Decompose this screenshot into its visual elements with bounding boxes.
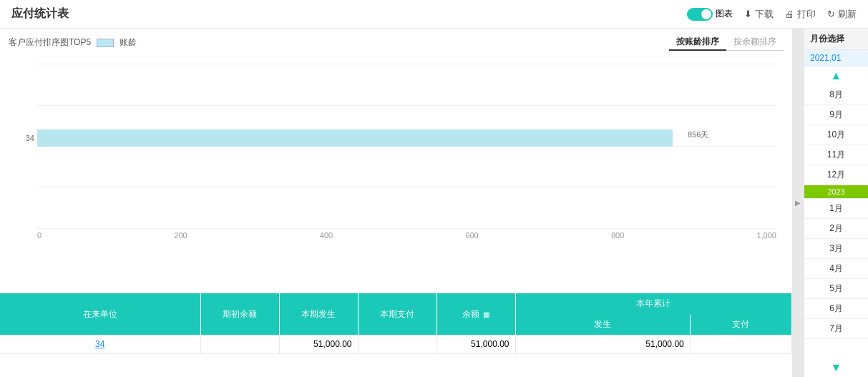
- th-ytd-payment: 支付: [690, 314, 791, 335]
- data-table: 在来单位 期初余额 本期发生 本期支付 余额 ▦ 本年累计 发生: [0, 293, 792, 354]
- header-actions: 图表 ⬇ 下载 🖨 打印 ↻ 刷新: [687, 8, 857, 21]
- print-button[interactable]: 🖨 打印: [785, 8, 816, 21]
- page-title: 应付统计表: [11, 6, 69, 21]
- month-9[interactable]: 9月: [804, 105, 868, 125]
- scroll-up-button[interactable]: ▲: [804, 67, 868, 85]
- month-2[interactable]: 2月: [804, 219, 868, 239]
- th-ytd-occurrence: 发生: [515, 314, 690, 335]
- balance-cell: 51,000.00: [437, 335, 515, 354]
- opening-balance-cell: [200, 335, 279, 354]
- table-row: 34 51,000.00 51,000.00 51,000.00: [0, 335, 792, 354]
- sidebar-title: 月份选择: [804, 29, 868, 50]
- expand-icon: ▶: [795, 199, 801, 207]
- chart-section: 客户应付排序图TOP5 账龄 按账龄排序 按余额排序: [0, 29, 792, 293]
- th-current-payment: 本期支付: [358, 293, 437, 335]
- x-axis: 0 200 400 600 800 1,000: [37, 228, 776, 257]
- bar-fill: 856天: [37, 129, 673, 147]
- chart-header: 客户应付排序图TOP5 账龄 按账龄排序 按余额排序: [9, 34, 784, 51]
- th-current-occurrence: 本期发生: [279, 293, 358, 335]
- download-icon: ⬇: [744, 9, 752, 19]
- month-4[interactable]: 4月: [804, 259, 868, 279]
- month-7[interactable]: 7月: [804, 319, 868, 339]
- year-2023-badge: 2023: [804, 185, 868, 199]
- ytd-occurrence-cell: 51,000.00: [515, 335, 690, 354]
- refresh-button[interactable]: ↻ 刷新: [827, 8, 857, 21]
- month-12[interactable]: 12月: [804, 165, 868, 185]
- bar-row: 34 856天: [37, 129, 776, 147]
- bar-days: 856天: [688, 129, 708, 140]
- legend-label: 账龄: [120, 36, 137, 49]
- month-3[interactable]: 3月: [804, 239, 868, 259]
- th-opening-balance: 期初余额: [200, 293, 279, 335]
- sort-by-balance-button[interactable]: 按余额排序: [726, 34, 784, 51]
- main-content: 客户应付排序图TOP5 账龄 按账龄排序 按余额排序: [0, 29, 868, 377]
- bars-container: 34 856天: [37, 64, 776, 228]
- chart-sort-buttons: 按账龄排序 按余额排序: [669, 34, 784, 51]
- current-payment-cell: [358, 335, 437, 354]
- chart-title: 客户应付排序图TOP5: [9, 36, 91, 49]
- th-origin-unit: 在来单位: [0, 293, 200, 335]
- ytd-payment-cell: [690, 335, 791, 354]
- x-tick-600: 600: [465, 231, 478, 240]
- sidebar-scroll: 8月 9月 10月 11月 12月 2023 1月 2月 3月 4月 5月 6月…: [804, 85, 868, 358]
- month-8[interactable]: 8月: [804, 85, 868, 105]
- x-tick-200: 200: [174, 231, 187, 240]
- month-10[interactable]: 10月: [804, 125, 868, 145]
- bar-chart: 34 856天 0 200 400 600 800: [9, 57, 784, 257]
- chart-toggle[interactable]: [687, 8, 713, 21]
- bar-label: 34: [11, 134, 34, 142]
- month-6[interactable]: 6月: [804, 299, 868, 319]
- x-tick-1000: 1,000: [756, 231, 776, 240]
- sidebar-date[interactable]: 2021.01: [804, 50, 868, 67]
- left-panel: 客户应付排序图TOP5 账龄 按账龄排序 按余额排序: [0, 29, 792, 377]
- chart-toggle-wrap: 图表: [687, 8, 733, 21]
- header: 应付统计表 图表 ⬇ 下载 🖨 打印 ↻ 刷新: [0, 0, 868, 29]
- toggle-label: 图表: [716, 8, 733, 20]
- chart-inner: 34 856天: [37, 64, 776, 228]
- month-5[interactable]: 5月: [804, 279, 868, 299]
- refresh-icon: ↻: [827, 9, 835, 19]
- x-tick-400: 400: [320, 231, 333, 240]
- current-occurrence-cell: 51,000.00: [279, 335, 358, 354]
- balance-icon: ▦: [483, 310, 489, 318]
- download-button[interactable]: ⬇ 下载: [744, 8, 774, 21]
- month-11[interactable]: 11月: [804, 145, 868, 165]
- legend-box: [97, 39, 114, 47]
- x-tick-800: 800: [611, 231, 624, 240]
- sort-by-amount-button[interactable]: 按账龄排序: [669, 34, 726, 51]
- th-balance: 余额 ▦: [437, 293, 515, 335]
- chart-legend: 客户应付排序图TOP5 账龄: [9, 36, 137, 49]
- table-section: 在来单位 期初余额 本期发生 本期支付 余额 ▦ 本年累计 发生: [0, 293, 792, 377]
- expand-arrow[interactable]: ▶: [792, 29, 804, 377]
- th-ytd: 本年累计: [515, 293, 792, 314]
- month-1[interactable]: 1月: [804, 199, 868, 219]
- unit-cell[interactable]: 34: [0, 335, 200, 354]
- right-sidebar: 月份选择 2021.01 ▲ 8月 9月 10月 11月 12月 2023 1月…: [804, 29, 868, 377]
- x-tick-0: 0: [37, 231, 42, 240]
- print-icon: 🖨: [785, 9, 794, 19]
- scroll-down-button[interactable]: ▼: [804, 358, 868, 377]
